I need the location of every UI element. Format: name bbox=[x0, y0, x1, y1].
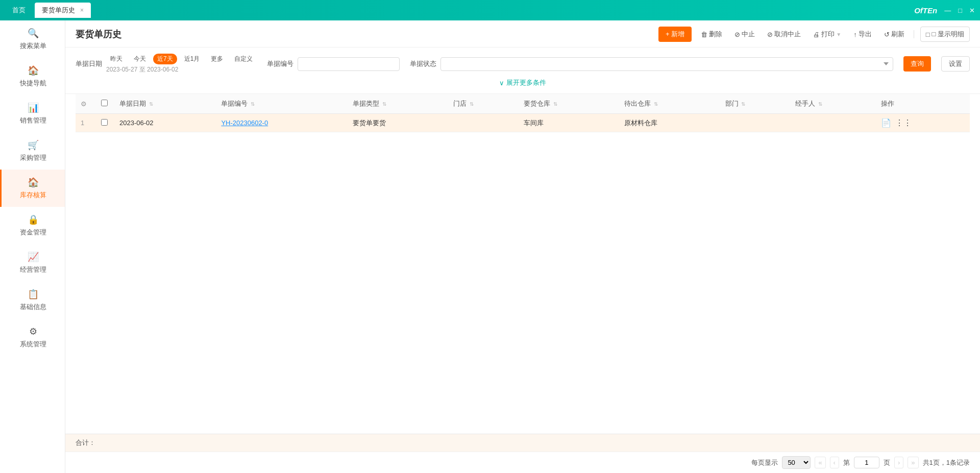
row-pending-warehouse: 原材料仓库 bbox=[619, 114, 720, 132]
sidebar-item-sales[interactable]: 📊 销售管理 bbox=[0, 95, 65, 132]
sales-icon: 📊 bbox=[28, 102, 39, 113]
refresh-icon: ↺ bbox=[884, 31, 890, 38]
topbar-minimize[interactable]: — bbox=[944, 7, 951, 14]
topbar-maximize[interactable]: □ bbox=[958, 7, 962, 14]
col-pending-warehouse[interactable]: 待出仓库 ⇅ bbox=[619, 94, 720, 114]
sidebar-item-quicknav-label: 快捷导航 bbox=[20, 79, 46, 88]
pagination: 每页显示 50 10 20 100 « ‹ 第 页 › » 共1页，1条记录 bbox=[65, 452, 980, 473]
system-icon: ⚙ bbox=[29, 326, 37, 337]
page-input[interactable] bbox=[854, 457, 879, 468]
settings-button[interactable]: 设置 bbox=[941, 56, 970, 72]
sidebar-item-basic[interactable]: 📋 基础信息 bbox=[0, 281, 65, 319]
page-prev-btn[interactable]: ‹ bbox=[830, 457, 839, 468]
refresh-button[interactable]: ↺ 刷新 bbox=[881, 28, 908, 41]
row-edit-icon[interactable]: 📄 bbox=[881, 118, 891, 128]
shortcut-custom[interactable]: 自定义 bbox=[230, 54, 257, 64]
sidebar-item-inventory[interactable]: 🏠 库存核算 bbox=[0, 170, 65, 207]
sidebar-item-basic-label: 基础信息 bbox=[20, 302, 46, 312]
tab-home[interactable]: 首页 bbox=[5, 3, 33, 18]
row-checkbox-cell[interactable] bbox=[96, 114, 114, 132]
export-button[interactable]: ↑ 导出 bbox=[850, 28, 875, 41]
main-layout: 🔍 搜索菜单 🏠 快捷导航 📊 销售管理 🛒 采购管理 🏠 库存核算 🔒 资金管… bbox=[0, 20, 980, 473]
col-settings[interactable]: ⚙ bbox=[76, 94, 96, 114]
sort-doctype-icon: ⇅ bbox=[382, 101, 386, 107]
suspend-icon: ⊘ bbox=[734, 31, 740, 38]
data-table: ⚙ 单据日期 ⇅ 单据编号 ⇅ bbox=[76, 94, 970, 132]
filter-row: 单据日期 昨天 今天 近7天 近1月 更多 自定义 2023-05-27 至 2… bbox=[76, 54, 970, 74]
tab-requisition-history[interactable]: 要货单历史 × bbox=[35, 3, 91, 18]
toolbar: + 新增 🗑 🗑 删除 删除 ⊘ 中止 ⊘ 取消中止 🖨 打印 ▼ bbox=[658, 27, 970, 42]
page-label: 第 bbox=[843, 458, 850, 467]
tab-close-icon[interactable]: × bbox=[80, 7, 84, 14]
page-last-btn[interactable]: » bbox=[908, 457, 918, 468]
page-first-btn[interactable]: « bbox=[815, 457, 825, 468]
export-icon: ↑ bbox=[853, 31, 857, 38]
shortcut-more[interactable]: 更多 bbox=[207, 54, 227, 64]
suspend-button[interactable]: ⊘ 中止 bbox=[731, 28, 758, 41]
table-footer: 合计： bbox=[65, 434, 980, 452]
table-settings-icon[interactable]: ⚙ bbox=[81, 100, 87, 108]
col-checkbox[interactable] bbox=[96, 94, 114, 114]
col-doc-type[interactable]: 单据类型 ⇅ bbox=[348, 94, 448, 114]
sort-dept-icon: ⇅ bbox=[741, 101, 745, 107]
sort-pendwh-icon: ⇅ bbox=[654, 101, 658, 107]
shortcut-1month[interactable]: 近1月 bbox=[180, 54, 204, 64]
col-department[interactable]: 部门 ⇅ bbox=[720, 94, 790, 114]
sidebar-item-quick-nav[interactable]: 🏠 快捷导航 bbox=[0, 58, 65, 95]
col-store[interactable]: 门店 ⇅ bbox=[448, 94, 518, 114]
sort-handler-icon: ⇅ bbox=[818, 101, 822, 107]
topbar-close[interactable]: ✕ bbox=[969, 7, 975, 14]
expand-more-btn[interactable]: ∨ 展开更多条件 bbox=[76, 78, 970, 87]
search-icon: 🔍 bbox=[28, 28, 39, 39]
col-handler[interactable]: 经手人 ⇅ bbox=[790, 94, 875, 114]
query-button[interactable]: 查询 bbox=[903, 56, 931, 72]
table-header-row: ⚙ 单据日期 ⇅ 单据编号 ⇅ bbox=[76, 94, 970, 114]
print-button[interactable]: 🖨 打印 ▼ bbox=[810, 28, 844, 41]
delete-button[interactable]: 🗑 🗑 删除 删除 bbox=[698, 28, 725, 41]
purchase-icon: 🛒 bbox=[28, 139, 39, 151]
table-container: ⚙ 单据日期 ⇅ 单据编号 ⇅ bbox=[65, 94, 980, 434]
status-select[interactable] bbox=[440, 57, 893, 71]
shortcut-yesterday[interactable]: 昨天 bbox=[106, 54, 127, 64]
topbar-brand: OfTEn bbox=[914, 6, 937, 15]
sidebar-item-operations-label: 经营管理 bbox=[20, 265, 46, 274]
row-checkbox[interactable] bbox=[101, 119, 108, 126]
date-filter-label: 单据日期 bbox=[76, 59, 102, 68]
cancel-suspend-button[interactable]: ⊘ 取消中止 bbox=[764, 28, 804, 41]
filter-status: 单据状态 bbox=[410, 57, 893, 71]
shortcut-today[interactable]: 今天 bbox=[130, 54, 150, 64]
shortcut-7days[interactable]: 近7天 bbox=[153, 54, 177, 64]
col-req-warehouse[interactable]: 要货仓库 ⇅ bbox=[519, 94, 619, 114]
docnumber-input[interactable] bbox=[298, 57, 400, 71]
sidebar-item-search-label: 搜索菜单 bbox=[20, 41, 46, 51]
select-all-checkbox[interactable] bbox=[101, 100, 108, 106]
date-shortcuts: 昨天 今天 近7天 近1月 更多 自定义 2023-05-27 至 2023-0… bbox=[106, 54, 257, 74]
sidebar-item-purchase[interactable]: 🛒 采购管理 bbox=[0, 132, 65, 170]
finance-icon: 🔒 bbox=[28, 214, 39, 225]
page-size-label: 每页显示 bbox=[751, 458, 778, 467]
display-detail-button[interactable]: □ □ 显示明细 bbox=[920, 27, 970, 42]
col-doc-number[interactable]: 单据编号 ⇅ bbox=[216, 94, 348, 114]
row-doc-type: 要货单要货 bbox=[348, 114, 448, 132]
row-doc-number[interactable]: YH-20230602-0 bbox=[216, 114, 348, 132]
sidebar-item-inventory-label: 库存核算 bbox=[20, 191, 46, 200]
tab-requisition-label: 要货单历史 bbox=[42, 6, 75, 15]
sidebar-item-search[interactable]: 🔍 搜索菜单 bbox=[0, 20, 65, 58]
tab-bar: 首页 要货单历史 × bbox=[5, 3, 914, 18]
sidebar: 🔍 搜索菜单 🏠 快捷导航 📊 销售管理 🛒 采购管理 🏠 库存核算 🔒 资金管… bbox=[0, 20, 65, 473]
footer-total-label: 合计： bbox=[76, 438, 95, 447]
sidebar-item-system[interactable]: ⚙ 系统管理 bbox=[0, 319, 65, 356]
row-more-icon[interactable]: ⋮⋮ bbox=[895, 118, 912, 128]
sidebar-item-operations[interactable]: 📈 经营管理 bbox=[0, 244, 65, 281]
row-actions: 📄 ⋮⋮ bbox=[876, 114, 970, 132]
sort-docdate-icon: ⇅ bbox=[149, 101, 153, 107]
page-next-btn[interactable]: › bbox=[894, 457, 903, 468]
new-button[interactable]: + 新增 bbox=[658, 27, 692, 42]
docnumber-label: 单据编号 bbox=[267, 59, 293, 68]
filter-area: 单据日期 昨天 今天 近7天 近1月 更多 自定义 2023-05-27 至 2… bbox=[65, 48, 980, 94]
row-req-warehouse: 车间库 bbox=[519, 114, 619, 132]
page-size-select[interactable]: 50 10 20 100 bbox=[782, 456, 811, 469]
doc-number-link[interactable]: YH-20230602-0 bbox=[221, 119, 268, 127]
sidebar-item-finance[interactable]: 🔒 资金管理 bbox=[0, 207, 65, 244]
col-doc-date[interactable]: 单据日期 ⇅ bbox=[114, 94, 216, 114]
